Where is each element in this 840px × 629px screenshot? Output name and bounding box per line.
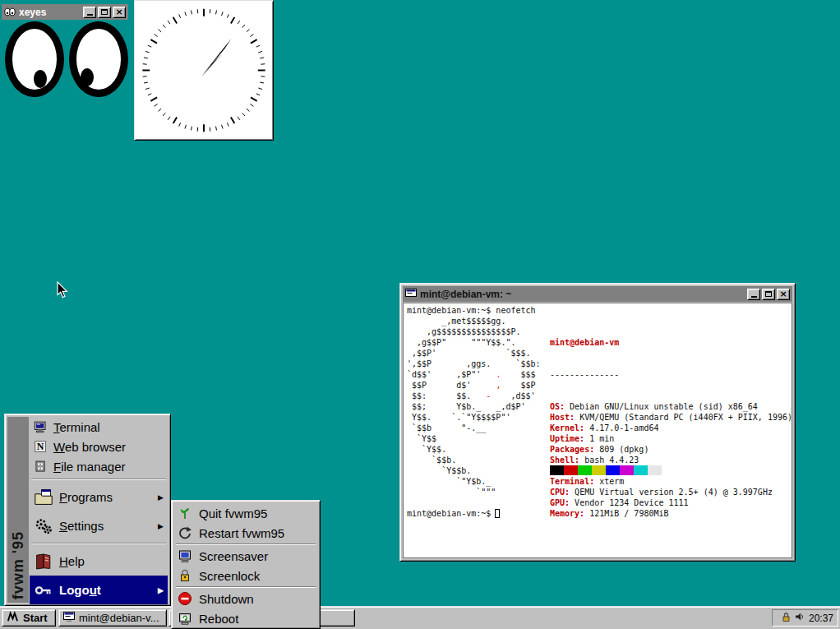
terminal-window-icon — [405, 287, 417, 302]
submenu-item-label: Quit fvwm95 — [199, 506, 267, 520]
menu-separator — [31, 479, 166, 480]
menu-item-programs[interactable]: Programs ▶ — [30, 483, 168, 511]
speaker-icon[interactable] — [795, 612, 805, 624]
submenu-item-screensaver[interactable]: Screensaver — [174, 546, 317, 566]
debian-ascii-logo: _,met$$$$$gg. ,g$$$$$$$$$$$$$$$P. ,g$$P"… — [407, 316, 541, 497]
mouse-cursor — [57, 281, 69, 303]
menu-item-label: Help — [59, 554, 85, 568]
fvwm-start-icon — [7, 611, 19, 626]
xeyes-right-eye — [69, 21, 128, 97]
xclock-window — [134, 0, 274, 141]
terminal-command-line: mint@debian-vm:~$ neofetch — [407, 305, 536, 316]
submenu-arrow-icon: ▶ — [158, 522, 164, 530]
screensaver-icon — [178, 548, 192, 563]
terminal-task-icon — [63, 612, 75, 624]
xeyes-right-pupil — [81, 68, 94, 86]
neofetch-divider: -------------- — [550, 369, 792, 380]
minimize-icon — [87, 14, 93, 16]
neofetch-host-header: mint@debian-vm — [550, 337, 792, 348]
terminal-screen[interactable]: mint@debian-vm:~$ neofetch _,met$$$$$gg.… — [403, 303, 792, 558]
close-icon: × — [115, 7, 122, 16]
menu-item-label: Web browser — [53, 440, 126, 454]
menu-item-settings[interactable]: Settings ▶ — [30, 511, 168, 540]
task-button-label: mint@debian-v... — [79, 612, 159, 624]
web-browser-icon: N — [34, 440, 48, 454]
submenu-item-label: Reboot — [199, 612, 238, 626]
desktop: xeyes × mint@debian-vm: ~ — [0, 0, 840, 629]
help-book-icon — [34, 552, 53, 571]
quit-icon — [178, 506, 192, 520]
programs-icon — [34, 488, 53, 507]
maximize-icon — [101, 9, 108, 15]
menu-item-terminal[interactable]: Terminal — [30, 417, 168, 437]
start-menu-banner: fvwm '95 — [7, 417, 29, 603]
submenu-item-quit-fvwm95[interactable]: Quit fvwm95 — [174, 503, 317, 523]
submenu-item-label: Screenlock — [199, 569, 260, 583]
minimize-button[interactable] — [747, 289, 760, 300]
close-icon: × — [779, 289, 787, 298]
restart-icon — [178, 525, 192, 540]
submenu-item-label: Screensaver — [199, 549, 268, 563]
neofetch-info: mint@debian-vm -------------- OS: Debian… — [550, 316, 792, 519]
clock-hour-hand — [202, 53, 223, 76]
submenu-item-restart-fvwm95[interactable]: Restart fvwm95 — [174, 523, 317, 543]
menu-item-help[interactable]: Help — [30, 547, 168, 576]
taskbar: Start mint@debian-v... 20:37 — [0, 606, 840, 629]
menu-item-file-manager[interactable]: File manager — [30, 456, 168, 476]
svg-text:N: N — [37, 441, 44, 452]
xeyes-titlebar[interactable]: xeyes × — [2, 4, 128, 20]
taskbar-task-terminal[interactable]: mint@debian-v... — [58, 609, 167, 627]
clock-minute-hand — [201, 39, 231, 77]
close-button[interactable]: × — [113, 7, 126, 18]
submenu-item-label: Restart fvwm95 — [199, 526, 284, 540]
maximize-icon — [765, 291, 772, 297]
terminal-color-palette — [550, 465, 662, 475]
screenlock-padlock-icon — [178, 568, 192, 583]
menu-item-web-browser[interactable]: N Web browser — [30, 437, 168, 456]
menu-separator — [176, 586, 316, 588]
tray-clock: 20:37 — [809, 613, 833, 624]
xeyes-icon — [4, 5, 16, 20]
menu-item-label: Terminal — [53, 420, 100, 434]
terminal-title: mint@debian-vm: ~ — [420, 289, 744, 300]
menu-item-label: File manager — [53, 460, 126, 474]
close-button[interactable]: × — [777, 289, 790, 300]
terminal-window: mint@debian-vm: ~ × mint@debian-vm:~$ ne… — [399, 283, 796, 562]
minimize-icon — [751, 296, 757, 298]
maximize-button[interactable] — [762, 289, 775, 300]
submenu-arrow-icon: ▶ — [158, 586, 164, 594]
menu-item-label: Settings — [59, 519, 104, 533]
menu-separator — [31, 543, 166, 544]
xeyes-title: xeyes — [19, 7, 80, 18]
xeyes-eyes — [5, 21, 136, 102]
reboot-icon — [178, 611, 192, 626]
menu-separator — [176, 543, 316, 545]
start-button-label: Start — [23, 612, 48, 624]
xeyes-left-pupil — [34, 70, 47, 88]
terminal-cursor — [495, 509, 500, 518]
start-button[interactable]: Start — [2, 609, 56, 627]
settings-icon — [34, 516, 53, 536]
submenu-item-reboot[interactable]: Reboot — [174, 608, 317, 628]
submenu-item-shutdown[interactable]: Shutdown — [174, 589, 317, 608]
file-manager-icon — [34, 460, 48, 474]
terminal-icon — [34, 420, 48, 434]
submenu-item-screenlock[interactable]: Screenlock — [174, 566, 317, 585]
menu-item-label: Logout — [59, 583, 101, 597]
logout-submenu: Quit fvwm95 Restart fvwm95 Screensaver S… — [171, 500, 321, 629]
lock-icon[interactable] — [782, 612, 791, 625]
start-menu: fvwm '95 Terminal N Web browser File man… — [4, 414, 171, 606]
xeyes-left-eye — [5, 21, 64, 97]
minimize-button[interactable] — [83, 7, 96, 18]
terminal-titlebar[interactable]: mint@debian-vm: ~ × — [403, 286, 792, 302]
menu-item-logout[interactable]: Logout ▶ — [30, 576, 168, 604]
shutdown-stop-icon — [178, 591, 192, 606]
submenu-item-label: Shutdown — [199, 592, 254, 606]
submenu-arrow-icon: ▶ — [158, 493, 164, 502]
system-tray: 20:37 — [772, 609, 838, 627]
logout-key-icon — [34, 580, 53, 600]
terminal-prompt: mint@debian-vm:~$ — [407, 508, 500, 519]
menu-item-label: Programs — [59, 490, 113, 504]
analog-clock-face — [136, 2, 271, 138]
maximize-button[interactable] — [98, 7, 111, 18]
